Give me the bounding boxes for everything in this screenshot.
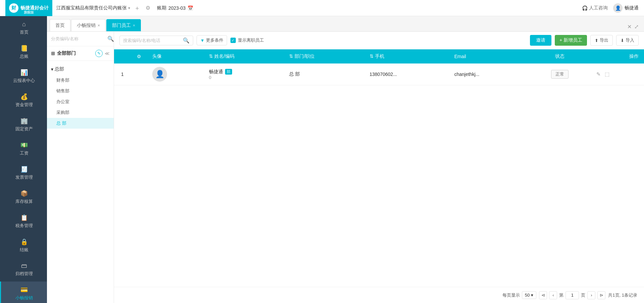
person-icon: 👤: [155, 70, 164, 79]
period-value[interactable]: 2023-03: [168, 5, 185, 11]
sidebar-item-archive[interactable]: 🗃 归档管理: [0, 258, 47, 282]
col-phone[interactable]: ⇅ 手机: [364, 49, 449, 63]
col-action-text: 操作: [629, 53, 639, 59]
content-area: 首页 小畅报销 × 部门员工 × ✕ ⤢ 🔍: [47, 16, 644, 303]
sidebar-item-tax[interactable]: 📋 税务管理: [0, 209, 47, 233]
topbar-main: 江西服宝精品有限责任公司内账张 ▾ ＋ ⚙ 账期 2023-03 📅: [52, 4, 582, 12]
dept-child-purchase[interactable]: 采购部: [47, 107, 114, 118]
tab-dept-employee-close[interactable]: ×: [133, 23, 135, 28]
export-icon: ⬆: [595, 38, 598, 43]
sidebar-item-close[interactable]: 🔒 结账: [0, 233, 47, 258]
col-dept[interactable]: ⇅ 部门/职位: [284, 49, 364, 63]
cell-phone: 138070602...: [364, 63, 449, 85]
sidebar-item-invoice[interactable]: 🧾 发票管理: [0, 161, 47, 185]
col-email: Email: [449, 49, 528, 63]
table-header-row: ⚙ 头像 ⇅ 姓名/编码 ⇅ 部门/职位: [114, 49, 644, 63]
tax-icon: 📋: [20, 214, 28, 221]
page-suffix: 页: [581, 292, 585, 298]
sidebar-item-funds[interactable]: 💰 资金管理: [0, 88, 47, 113]
cell-seq: 1: [114, 63, 131, 85]
tab-dept-employee[interactable]: 部门员工 ×: [106, 19, 141, 31]
col-name[interactable]: ⇅ 姓名/编码: [204, 49, 284, 63]
tab-home[interactable]: 首页: [50, 19, 70, 31]
employee-toolbar: 🔍 ▼ 更多条件 ✓ 显示离职员工 邀请 + 新增员工 ⬆: [114, 32, 644, 49]
tab-expense-close[interactable]: ×: [98, 23, 100, 28]
sidebar-item-assets[interactable]: 🏢 固定资产: [0, 113, 47, 137]
dept-general-label: 总 部: [56, 121, 66, 126]
human-service-button[interactable]: 🎧 人工咨询: [582, 5, 608, 11]
col-email-text: Email: [454, 54, 466, 59]
expense-icon: 💳: [20, 286, 28, 294]
company-selector[interactable]: 江西服宝精品有限责任公司内账张 ▾: [56, 5, 130, 11]
sidebar-item-reports[interactable]: 📊 云报表中心: [0, 64, 47, 88]
tab-expense[interactable]: 小畅报销 ×: [71, 19, 106, 31]
col-avatar-label: 头像: [152, 53, 162, 59]
per-page: 每页显示 50 ▾: [502, 291, 536, 299]
dept-tree: ▾ 总部 财务部 销售部 办公室 采购部: [47, 61, 114, 131]
sidebar-item-inventory[interactable]: 📦 库存核算: [0, 185, 47, 209]
dept-collapse-button[interactable]: ≪: [105, 51, 110, 56]
employee-code: 0: [209, 75, 278, 80]
export-button[interactable]: ⬆ 导出: [590, 35, 613, 46]
filter-label: 更多条件: [206, 37, 223, 43]
add-tab-button[interactable]: ＋: [134, 4, 140, 12]
period-label: 账期: [157, 5, 166, 11]
edit-icon[interactable]: ✎: [596, 71, 601, 77]
close-accounts-icon: 🔒: [20, 238, 28, 246]
chevron-down-icon: ▾: [128, 6, 130, 10]
cell-dept: 总 部: [284, 63, 364, 85]
per-page-select[interactable]: 50 ▾: [522, 291, 536, 299]
toolbar-right: 邀请 + 新增员工 ⬆ 导出 ⬇ 导入: [530, 35, 639, 46]
col-settings[interactable]: ⚙: [131, 49, 147, 63]
filter-button[interactable]: ▼ 更多条件: [197, 35, 227, 45]
maximize-button[interactable]: ⤢: [634, 24, 639, 30]
dept-search: 🔍: [47, 32, 114, 46]
employee-search-input[interactable]: [123, 38, 181, 43]
close-window-button[interactable]: ✕: [627, 24, 632, 30]
reports-icon: 📊: [20, 69, 28, 76]
logout-icon[interactable]: ⬚: [605, 71, 609, 77]
calendar-icon[interactable]: 📅: [187, 5, 193, 11]
tab-actions: ✕ ⤢: [627, 24, 644, 31]
first-page-button[interactable]: ⊲: [539, 291, 547, 299]
col-phone-label: ⇅: [370, 53, 375, 59]
all-dept[interactable]: ⊞ 全部部门: [51, 50, 76, 56]
add-employee-button[interactable]: + 新增员工: [555, 35, 587, 46]
import-button[interactable]: ⬇ 导入: [616, 35, 639, 46]
dept-child-office[interactable]: 办公室: [47, 96, 114, 107]
cell-email: chanjethkj...: [449, 63, 528, 85]
show-resigned-checkbox[interactable]: ✓: [230, 38, 236, 43]
dept-child-sales[interactable]: 销售部: [47, 86, 114, 96]
prev-page-button[interactable]: ‹: [549, 291, 557, 299]
dept-child-general[interactable]: 总 部: [47, 118, 114, 129]
dept-search-input[interactable]: [51, 36, 107, 41]
all-dept-label: 全部部门: [57, 50, 76, 56]
show-resigned: ✓ 显示离职员工: [230, 37, 264, 43]
dept-edit-button[interactable]: ✎: [95, 50, 103, 57]
col-action: 操作: [591, 49, 644, 63]
sidebar-item-ledger[interactable]: 📒 总账: [0, 40, 47, 64]
next-page-button[interactable]: ›: [587, 291, 595, 299]
ledger-icon: 📒: [20, 45, 28, 52]
user-info[interactable]: 👤 畅捷通: [613, 3, 639, 13]
page-input[interactable]: [566, 291, 579, 299]
col-name-text: 姓名/编码: [214, 53, 234, 59]
sidebar-label-expense: 小畅报销: [15, 295, 33, 301]
export-label: 导出: [600, 37, 608, 43]
last-page-button[interactable]: ⊳: [597, 291, 605, 299]
table-row: 1 👤 畅捷通 部: [114, 63, 644, 85]
invoice-icon: 🧾: [20, 166, 28, 173]
sidebar-item-salary[interactable]: 💵 工资: [0, 137, 47, 161]
sidebar-item-expense[interactable]: 💳 小畅报销: [0, 282, 47, 303]
dept-search-icon[interactable]: 🔍: [107, 36, 114, 42]
avatar: 👤: [613, 3, 623, 13]
sidebar-item-home[interactable]: ⌂ 首页: [0, 16, 47, 40]
dept-child-finance[interactable]: 财务部: [47, 75, 114, 86]
sidebar-label-reports: 云报表中心: [13, 78, 35, 84]
employee-search-icon[interactable]: 🔍: [183, 37, 190, 44]
dept-section-head[interactable]: ▾ 总部: [47, 63, 114, 75]
dept-purchase-label: 采购部: [56, 110, 69, 115]
headset-icon: 🎧: [582, 5, 588, 11]
settings-icon[interactable]: ⚙: [146, 5, 150, 11]
invite-button[interactable]: 邀请: [530, 35, 551, 46]
